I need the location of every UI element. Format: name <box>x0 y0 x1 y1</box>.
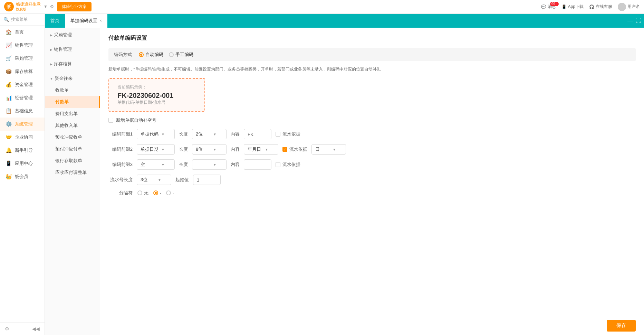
appcenter-icon: 📱 <box>6 160 12 167</box>
experience-button[interactable]: 体验行业方案 <box>57 2 92 11</box>
sidebar-item-enterprise[interactable]: 🤝 企业协同 <box>0 131 45 144</box>
separator-none-icon <box>137 190 142 195</box>
sidebar-bottom: ⚙ ◀◀ <box>0 322 45 335</box>
separator-dot1-radio[interactable]: · <box>153 190 161 196</box>
sidebar-item-inventory[interactable]: 📦 库存核算 <box>0 65 45 78</box>
app-download-button[interactable]: 📱 App下载 <box>561 4 584 10</box>
prefix1-select[interactable]: 单据代码 ▼ <box>137 129 175 139</box>
sec-menu-group-funds: ▼ 资金往来 收款单 付款单 费用支出单 其他收入单 <box>45 71 100 180</box>
serial-checkbox-box-3 <box>276 162 280 167</box>
tab-bar-right: — ⛶ <box>627 18 644 24</box>
prefix2-select[interactable]: 单据日期 ▼ <box>137 144 175 155</box>
search-icon: 🔍 <box>3 17 9 22</box>
sec-menu-funds[interactable]: ▼ 资金往来 <box>45 73 100 84</box>
nav-arrow-icon[interactable]: ▼ <box>44 4 48 9</box>
sec-menu-item-payment[interactable]: 付款单 <box>45 96 100 108</box>
info-text: 新增单据时，*单据编码*自动生成，不可编辑。前缀设置为部门、业务员等档案类，开单… <box>108 66 636 73</box>
serial-start-input[interactable] <box>193 175 221 185</box>
sec-menu-purchase[interactable]: ▶ 采购管理 <box>45 29 100 41</box>
sidebar-item-vip[interactable]: 👑 畅会员 <box>0 170 45 183</box>
prefix3-length-select[interactable]: ▼ <box>192 159 227 170</box>
separator-dot1-icon <box>153 190 158 195</box>
sidebar-item-basicinfo[interactable]: 📋 基础信息 <box>0 104 45 118</box>
sec-menu-group-purchase: ▶ 采购管理 <box>45 28 100 42</box>
enterprise-icon: 🤝 <box>6 134 12 140</box>
sec-menu-item-adjustment[interactable]: 应收应付调整单 <box>45 167 100 178</box>
sidebar-item-purchase[interactable]: 🛒 采购管理 <box>0 52 45 65</box>
granularity-select[interactable]: 日 ▼ <box>311 144 346 155</box>
chevron-right-icon-stock: ▶ <box>50 62 52 66</box>
sidebar-item-sales[interactable]: 📈 销售管理 <box>0 39 45 52</box>
radio-auto-icon <box>139 52 144 57</box>
sec-menu-stock[interactable]: ▶ 库存核算 <box>45 58 100 70</box>
logo: 畅 畅捷通好生意 旗舰版 <box>4 2 41 11</box>
page-content: 付款单编码设置 编码方式 自动编码 手工编码 <box>100 28 644 316</box>
message-icon: 💬 <box>541 4 546 9</box>
page-title: 付款单编码设置 <box>108 35 636 42</box>
service-icon: 🎧 <box>589 4 594 9</box>
prefix1-content-input[interactable] <box>244 129 271 139</box>
page-footer: 保存 <box>100 316 644 335</box>
layout: 🔍 搜索菜单 🏠 首页 📈 销售管理 🛒 采购管理 📦 库存核算 💰 资金管理 … <box>0 14 644 335</box>
content-area: ▶ 采购管理 ▶ 销售管理 ▶ 库存核算 <box>45 28 644 335</box>
prefix3-content-input[interactable] <box>244 159 271 170</box>
tab-minimize-icon[interactable]: — <box>627 18 633 24</box>
separator-none-radio[interactable]: 无 <box>137 190 148 196</box>
sec-menu-item-advance-receipt[interactable]: 预收冲应收单 <box>45 131 100 143</box>
sec-menu-item-bank[interactable]: 银行存取款单 <box>45 155 100 167</box>
radio-auto-encoding[interactable]: 自动编码 <box>139 52 163 58</box>
radio-manual-encoding[interactable]: 手工编码 <box>169 52 193 58</box>
prefix3-select[interactable]: 空 ▼ <box>137 159 175 170</box>
serial-checkbox-2[interactable]: ✓ 流水依据 <box>282 146 307 152</box>
chevron-down-icon-funds: ▼ <box>50 77 53 81</box>
avatar <box>618 3 626 11</box>
top-bar-right: 💬 消息 99+ 📱 App下载 🎧 在线客服 用户名 <box>541 3 640 11</box>
page-wrapper: 付款单编码设置 编码方式 自动编码 手工编码 <box>100 28 644 335</box>
prefix2-length-select[interactable]: 8位 ▼ <box>192 144 227 155</box>
basicinfo-icon: 📋 <box>6 108 12 114</box>
online-service-button[interactable]: 🎧 在线客服 <box>589 4 612 10</box>
sec-menu-item-other-income[interactable]: 其他收入单 <box>45 120 100 131</box>
save-button[interactable]: 保存 <box>607 320 636 332</box>
separator-dot2-radio[interactable]: · <box>166 190 174 196</box>
serial-length-row: 流水号长度 3位 ▼ 起始值 <box>108 175 636 185</box>
sec-menu-item-expense[interactable]: 费用支出单 <box>45 108 100 120</box>
search-menu[interactable]: 🔍 搜索菜单 <box>0 14 45 26</box>
separator-dot2-icon <box>166 190 171 195</box>
prefix-row-3: 编码前缀3 空 ▼ 长度 ▼ 内容 <box>108 159 636 170</box>
prefix2-content-select[interactable]: 年月日 ▼ <box>244 144 278 155</box>
prefix1-length-select[interactable]: 2位 ▼ <box>192 129 227 139</box>
dropdown-arrow-icon-len1: ▼ <box>213 132 217 136</box>
sec-menu-item-receipt[interactable]: 收款单 <box>45 84 100 96</box>
dropdown-arrow-serial-len: ▼ <box>158 178 161 182</box>
sidebar-item-appcenter[interactable]: 📱 应用中心 <box>0 157 45 170</box>
prefix-row-1: 编码前缀1 单据代码 ▼ 长度 2位 ▼ 内容 <box>108 129 636 139</box>
sec-menu-item-advance-payment[interactable]: 预付冲应付单 <box>45 143 100 155</box>
serial-checkbox-3[interactable]: 流水依据 <box>276 161 300 168</box>
serial-checkbox-box-1 <box>276 132 280 137</box>
logo-text: 畅捷通好生意 旗舰版 <box>16 2 41 11</box>
serial-checkbox-1[interactable]: 流水依据 <box>276 131 300 137</box>
separator-row: 分隔符 无 · · <box>108 190 636 196</box>
serial-length-select[interactable]: 3位 ▼ <box>137 175 171 185</box>
sidebar-item-system[interactable]: ⚙️ 系统管理 <box>0 118 45 131</box>
dropdown-arrow-icon-gran: ▼ <box>333 148 336 151</box>
user-avatar[interactable]: 用户名 <box>618 3 640 11</box>
sidebar-item-management[interactable]: 📊 经营管理 <box>0 91 45 104</box>
tab-close-icon[interactable]: × <box>99 18 102 23</box>
sec-menu-sales[interactable]: ▶ 销售管理 <box>45 44 100 55</box>
message-button[interactable]: 💬 消息 99+ <box>541 4 556 10</box>
auto-fill-checkbox[interactable] <box>108 118 113 123</box>
collapse-icon[interactable]: ◀◀ <box>32 326 40 332</box>
sidebar-item-home[interactable]: 🏠 首页 <box>0 26 45 39</box>
tab-maximize-icon[interactable]: ⛶ <box>636 18 641 24</box>
tab-home[interactable]: 首页 <box>45 14 65 28</box>
settings-icon[interactable]: ⚙ <box>50 4 54 9</box>
dropdown-arrow-icon-2: ▼ <box>161 148 165 151</box>
sidebar-item-guide[interactable]: 🔔 新手引导 <box>0 144 45 157</box>
sidebar-item-finance[interactable]: 💰 资金管理 <box>0 78 45 91</box>
settings-bottom-icon[interactable]: ⚙ <box>5 326 9 332</box>
guide-icon: 🔔 <box>6 147 12 153</box>
serial-checkbox-box-2: ✓ <box>282 147 287 152</box>
tab-encoding-settings[interactable]: 单据编码设置 × <box>65 14 107 28</box>
